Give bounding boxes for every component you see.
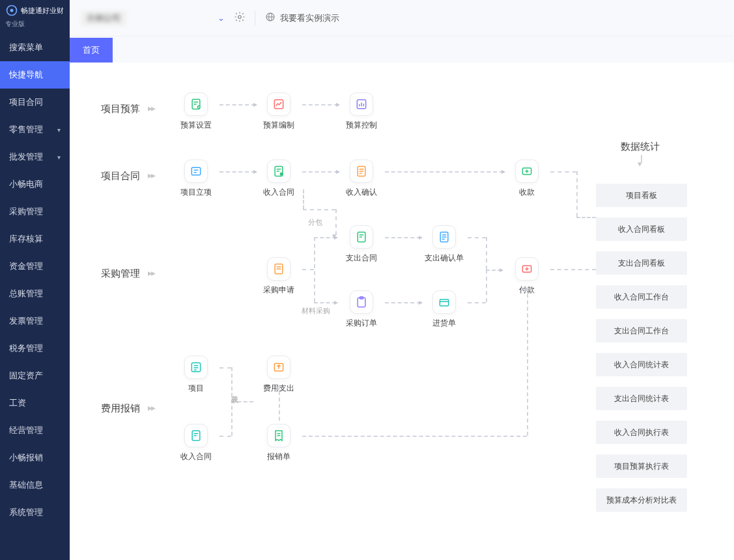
stat-button-0[interactable]: 项目看板	[596, 184, 687, 207]
sidebar-item-4[interactable]: 批发管理▾	[0, 143, 70, 171]
tabbar: 首页	[70, 36, 734, 63]
sidebar-item-label: 零售管理	[9, 124, 43, 135]
node-purchase-req[interactable]: 采购申请	[255, 257, 302, 296]
stat-button-7[interactable]: 收入合同执行表	[596, 421, 687, 444]
sidebar-item-9[interactable]: 总账管理	[0, 280, 70, 307]
connector	[550, 171, 576, 173]
sidebar-item-3[interactable]: 零售管理▾	[0, 116, 70, 143]
node-income-confirm[interactable]: 收入确认	[338, 160, 385, 198]
sidebar-item-15[interactable]: 小畅报销	[0, 444, 70, 471]
list-icon	[184, 356, 208, 379]
stat-button-2[interactable]: 支出合同看板	[596, 251, 687, 275]
main: 示例公司 ⌄ 我要看实例演示 首页 项目预算 ▸▸	[70, 0, 734, 560]
box-in-icon	[432, 290, 456, 314]
gear-icon[interactable]	[234, 11, 246, 25]
sidebar-item-label: 库存核算	[9, 233, 43, 245]
section-arrow-icon: ▸▸	[148, 268, 154, 278]
money-icon	[267, 356, 290, 379]
branch-subcontract-label: 分包	[308, 217, 322, 227]
sidebar-item-label: 批发管理	[9, 151, 43, 163]
connector	[303, 209, 335, 210]
svg-rect-9	[191, 167, 200, 175]
sidebar-item-label: 小畅电商	[9, 178, 43, 190]
doc-check-icon	[350, 225, 373, 249]
content: 项目预算 ▸▸ 预算设置 ▸ 预算编制 ▸ 预算控制	[70, 63, 734, 560]
tab-home[interactable]: 首页	[70, 38, 113, 63]
sidebar: 畅捷通好业财 专业版 搜索菜单快捷导航项目合同零售管理▾批发管理▾小畅电商采购管…	[0, 0, 70, 560]
node-receipt[interactable]: 收款	[503, 160, 550, 198]
stat-button-5[interactable]: 收入合同统计表	[596, 353, 687, 376]
sidebar-item-11[interactable]: 税务管理	[0, 335, 70, 362]
sidebar-item-label: 搜索菜单	[9, 42, 43, 53]
org-name: 示例公司	[81, 11, 126, 25]
svg-point-11	[280, 173, 283, 176]
connector	[314, 237, 336, 238]
node-reimburse[interactable]: 报销单	[255, 424, 302, 462]
sidebar-item-10[interactable]: 发票管理	[0, 307, 70, 335]
topbar: 示例公司 ⌄ 我要看实例演示	[70, 0, 734, 36]
doc-check-icon	[184, 92, 208, 116]
node-expense-contract[interactable]: 支出合同	[338, 225, 385, 264]
folder-icon	[184, 160, 208, 183]
sidebar-item-0[interactable]: 搜索菜单	[0, 34, 70, 61]
clipboard-icon	[350, 290, 373, 314]
connector	[302, 436, 527, 437]
sidebar-item-label: 小畅报销	[9, 452, 43, 464]
node-income-contract[interactable]: 收入合同	[255, 160, 302, 198]
doc-icon	[350, 160, 373, 183]
connector	[576, 217, 596, 218]
node-income-contract-2[interactable]: 收入合同	[173, 424, 219, 462]
sidebar-item-label: 工资	[9, 397, 26, 409]
connector	[641, 155, 642, 163]
sidebar-item-label: 税务管理	[9, 343, 43, 354]
stat-button-1[interactable]: 收入合同看板	[596, 217, 687, 241]
sidebar-item-13[interactable]: 工资	[0, 389, 70, 417]
sidebar-item-6[interactable]: 采购管理	[0, 198, 70, 225]
node-budget-control[interactable]: 预算控制	[338, 92, 385, 131]
connector	[302, 269, 314, 270]
connector	[302, 171, 338, 173]
section-budget-label: 项目预算	[101, 103, 140, 115]
connector	[219, 367, 231, 369]
stat-button-4[interactable]: 支出合同工作台	[596, 319, 687, 343]
sidebar-item-16[interactable]: 基础信息	[0, 471, 70, 499]
sidebar-item-17[interactable]: 系统管理	[0, 499, 70, 526]
demo-link[interactable]: 我要看实例演示	[264, 11, 339, 25]
node-project[interactable]: 项目	[173, 356, 219, 394]
sidebar-item-label: 发票管理	[9, 315, 43, 327]
org-selector[interactable]: 示例公司 ⌄	[81, 11, 225, 25]
sidebar-item-12[interactable]: 固定资产	[0, 362, 70, 389]
connector	[486, 237, 487, 270]
section-arrow-icon: ▸▸	[148, 103, 154, 113]
section-arrow-icon: ▸▸	[148, 402, 154, 413]
chevron-down-icon: ▾	[57, 154, 61, 161]
sidebar-item-14[interactable]: 经营管理	[0, 417, 70, 444]
section-arrow-icon: ▸▸	[148, 170, 154, 180]
node-expense-confirm[interactable]: 支出确认单	[421, 225, 468, 264]
connector	[385, 237, 421, 238]
section-expense-label: 费用报销	[101, 402, 140, 415]
node-goods-in[interactable]: 进货单	[421, 290, 468, 329]
stat-button-3[interactable]: 收入合同工作台	[596, 285, 687, 309]
stat-button-8[interactable]: 项目预算执行表	[596, 455, 687, 478]
sidebar-item-5[interactable]: 小畅电商	[0, 171, 70, 198]
node-budget-setting[interactable]: 预算设置	[173, 92, 219, 131]
connector	[302, 104, 338, 105]
connector	[231, 401, 253, 402]
sidebar-item-8[interactable]: 资金管理	[0, 253, 70, 280]
sidebar-item-1[interactable]: 快捷导航	[0, 61, 70, 89]
doc-icon	[267, 257, 290, 281]
arrow-icon: ▾	[524, 286, 528, 294]
sidebar-item-label: 固定资产	[9, 370, 43, 382]
node-purchase-order[interactable]: 采购订单	[338, 290, 385, 329]
node-project-init[interactable]: 项目立项	[173, 160, 219, 198]
stat-button-6[interactable]: 支出合同统计表	[596, 387, 687, 410]
globe-icon	[264, 11, 276, 25]
sidebar-item-7[interactable]: 库存核算	[0, 225, 70, 253]
branch-material-label: 材料采购	[302, 306, 330, 316]
node-budget-edit[interactable]: 预算编制	[255, 92, 302, 131]
stat-button-9[interactable]: 预算成本分析对比表	[596, 488, 687, 512]
section-purchase-label: 采购管理	[101, 268, 140, 280]
sidebar-item-label: 快捷导航	[9, 69, 43, 81]
sidebar-item-2[interactable]: 项目合同	[0, 89, 70, 116]
